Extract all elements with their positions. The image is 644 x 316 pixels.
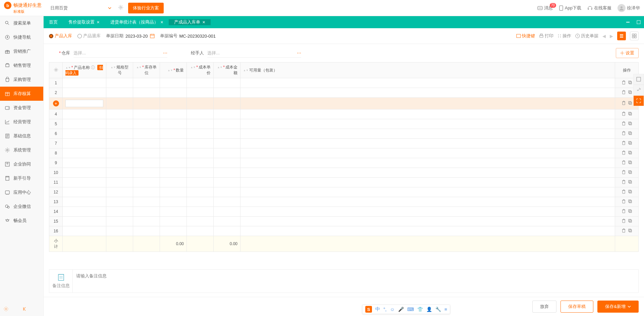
table-row[interactable]: 16 bbox=[49, 226, 639, 236]
cell-spec[interactable] bbox=[106, 178, 133, 187]
cell-qty[interactable] bbox=[160, 187, 187, 197]
cell-qty[interactable] bbox=[160, 148, 187, 158]
remark-input[interactable] bbox=[73, 270, 638, 292]
table-row[interactable]: 12 bbox=[49, 187, 639, 197]
copy-row-button[interactable] bbox=[628, 150, 632, 155]
help-icon[interactable]: ⓘ bbox=[91, 65, 95, 70]
table-row[interactable]: + bbox=[49, 98, 639, 109]
cell-cost-amount[interactable] bbox=[214, 158, 240, 168]
cell-available[interactable] bbox=[240, 226, 615, 236]
cell-qty[interactable] bbox=[160, 226, 187, 236]
cell-qty[interactable] bbox=[160, 88, 187, 98]
cell-stock-unit[interactable] bbox=[133, 88, 160, 98]
cell-product-name[interactable] bbox=[63, 119, 106, 129]
table-row[interactable]: 15 bbox=[49, 217, 639, 226]
copy-row-button[interactable] bbox=[628, 121, 632, 126]
cell-cost-amount[interactable] bbox=[214, 197, 240, 207]
sidebar-item-chart[interactable]: 经营管理 bbox=[0, 115, 43, 129]
cell-cost-amount[interactable] bbox=[214, 119, 240, 129]
table-row[interactable]: 10 bbox=[49, 168, 639, 178]
hotkey-button[interactable]: 快捷键 bbox=[516, 33, 535, 39]
cell-unit-cost[interactable] bbox=[187, 178, 214, 187]
cell-spec[interactable] bbox=[106, 119, 133, 129]
cell-cost-amount[interactable] bbox=[214, 187, 240, 197]
cell-spec[interactable] bbox=[106, 207, 133, 217]
cell-unit-cost[interactable] bbox=[187, 217, 214, 226]
sidebar-item-compass[interactable]: 快捷导航 bbox=[0, 30, 43, 44]
cell-qty[interactable] bbox=[160, 78, 187, 88]
col-spec[interactable]: ▲▼规格型号 bbox=[106, 62, 133, 78]
sidebar-item-wallet[interactable]: 资金管理 bbox=[0, 101, 43, 115]
table-row[interactable]: 11 bbox=[49, 178, 639, 187]
ime-emoji-icon[interactable]: ☺ bbox=[390, 307, 395, 312]
table-row[interactable]: 13 bbox=[49, 197, 639, 207]
cell-unit-cost[interactable] bbox=[187, 187, 214, 197]
cell-unit-cost[interactable] bbox=[187, 158, 214, 168]
cell-qty[interactable] bbox=[160, 217, 187, 226]
cell-cost-amount[interactable] bbox=[214, 207, 240, 217]
ime-user-icon[interactable]: 👤 bbox=[426, 307, 432, 312]
close-icon[interactable]: ✕ bbox=[202, 20, 205, 25]
save-draft-button[interactable]: 保存草稿 bbox=[560, 301, 593, 313]
cell-unit-cost[interactable] bbox=[187, 139, 214, 148]
cell-available[interactable] bbox=[240, 129, 615, 139]
cell-qty[interactable] bbox=[160, 197, 187, 207]
tab-3[interactable]: 产成品入库单✕ bbox=[169, 19, 211, 25]
cell-stock-unit[interactable] bbox=[133, 78, 160, 88]
copy-row-button[interactable] bbox=[628, 160, 632, 165]
cell-available[interactable] bbox=[240, 187, 615, 197]
sidebar-item-gift[interactable]: 营销推广 bbox=[0, 44, 43, 58]
copy-row-button[interactable] bbox=[628, 199, 632, 204]
ime-toolbar[interactable]: S 中 °, ☺ 🎤 ⌨ 👕 👤 🔧 ≡ bbox=[362, 305, 450, 314]
table-row[interactable]: 9 bbox=[49, 158, 639, 168]
settings-icon[interactable] bbox=[3, 306, 9, 313]
close-icon[interactable]: ✕ bbox=[160, 20, 163, 25]
list-view-button[interactable] bbox=[617, 32, 626, 40]
cell-qty[interactable] bbox=[160, 158, 187, 168]
delete-row-button[interactable] bbox=[622, 111, 626, 116]
cell-product-name[interactable] bbox=[63, 78, 106, 88]
delete-row-button[interactable] bbox=[622, 199, 626, 204]
copy-row-button[interactable] bbox=[628, 219, 632, 223]
radio-product-in-input[interactable] bbox=[49, 34, 53, 38]
cell-cost-amount[interactable] bbox=[214, 168, 240, 178]
col-cost-amount[interactable]: ▲▼*成本金额 bbox=[214, 62, 240, 78]
side-tool-note[interactable] bbox=[633, 74, 644, 85]
col-unit-cost[interactable]: ▲▼*成本单价 bbox=[187, 62, 214, 78]
tab-0[interactable]: 首页 bbox=[44, 19, 63, 25]
cell-product-name[interactable] bbox=[63, 207, 106, 217]
cell-qty[interactable] bbox=[160, 129, 187, 139]
table-row[interactable]: 4 bbox=[49, 109, 639, 119]
delete-row-button[interactable] bbox=[622, 121, 626, 126]
app-download-button[interactable]: App下载 bbox=[559, 5, 581, 11]
copy-row-button[interactable] bbox=[628, 228, 632, 233]
cell-cost-amount[interactable] bbox=[214, 78, 240, 88]
handler-select[interactable]: 选择... ⋯ bbox=[207, 49, 301, 58]
discard-button[interactable]: 放弃 bbox=[532, 301, 556, 313]
delete-row-button[interactable] bbox=[622, 141, 626, 145]
sidebar-item-book[interactable]: 新手引导 bbox=[0, 171, 43, 185]
col-stock-unit[interactable]: ▲▼*库存单位 bbox=[133, 62, 160, 78]
cell-available[interactable] bbox=[240, 109, 615, 119]
cell-spec[interactable] bbox=[106, 139, 133, 148]
cell-available[interactable] bbox=[240, 119, 615, 129]
collapse-icon[interactable] bbox=[22, 306, 28, 313]
cell-product-name[interactable] bbox=[63, 88, 106, 98]
close-icon[interactable]: ✕ bbox=[97, 20, 100, 25]
cell-cost-amount[interactable] bbox=[214, 139, 240, 148]
cell-unit-cost[interactable] bbox=[187, 197, 214, 207]
delete-row-button[interactable] bbox=[622, 101, 626, 105]
cell-unit-cost[interactable] bbox=[187, 168, 214, 178]
cell-qty[interactable] bbox=[160, 109, 187, 119]
delete-row-button[interactable] bbox=[622, 90, 626, 94]
cell-available[interactable] bbox=[240, 148, 615, 158]
delete-row-button[interactable] bbox=[622, 228, 626, 233]
print-button[interactable]: 打印 bbox=[539, 33, 553, 39]
cell-product-name[interactable] bbox=[63, 139, 106, 148]
cell-spec[interactable] bbox=[106, 187, 133, 197]
table-row[interactable]: 7 bbox=[49, 139, 639, 148]
online-service-button[interactable]: 在线客服 bbox=[587, 5, 611, 11]
cell-qty[interactable] bbox=[160, 119, 187, 129]
cell-cost-amount[interactable] bbox=[214, 129, 240, 139]
copy-row-button[interactable] bbox=[628, 131, 632, 135]
